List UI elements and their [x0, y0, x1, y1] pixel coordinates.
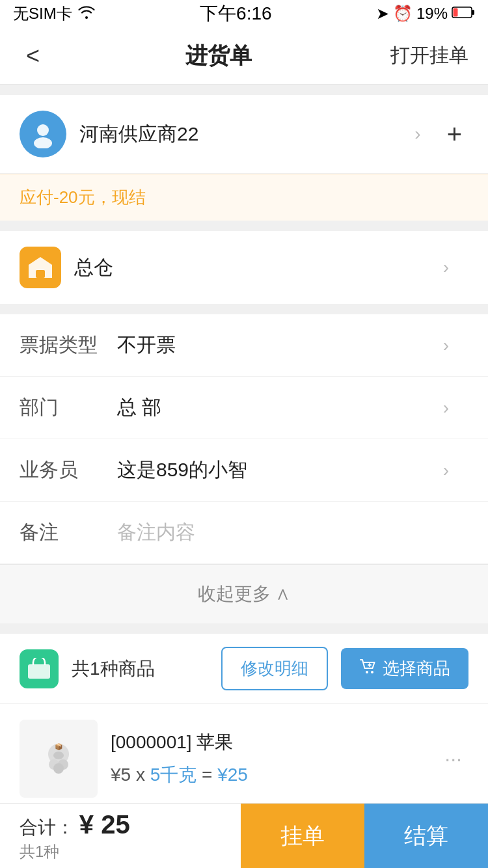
remark-input[interactable]: 备注内容	[117, 519, 468, 546]
back-button[interactable]: <	[20, 36, 46, 76]
price-unit: ¥5	[111, 765, 131, 785]
products-icon	[20, 649, 59, 688]
checkout-button[interactable]: 结算	[364, 804, 488, 869]
product-more-button[interactable]: ···	[438, 740, 468, 778]
warehouse-row[interactable]: 总仓 ›	[0, 231, 488, 304]
chevron-right-icon: ›	[443, 398, 449, 418]
invoice-value: 不开票	[117, 332, 443, 359]
chevron-right-icon: ›	[414, 124, 420, 144]
svg-rect-1	[472, 10, 474, 15]
total-count: 共1种	[20, 841, 221, 862]
product-price: ¥5 x 5千克 = ¥25	[111, 763, 425, 787]
wifi-icon	[77, 5, 96, 23]
cart-icon	[359, 658, 377, 679]
svg-text:📦: 📦	[55, 742, 63, 751]
remark-label: 备注	[20, 519, 104, 546]
supplier-notice: 应付-20元，现结	[0, 174, 488, 221]
warehouse-icon	[20, 247, 61, 288]
staff-row[interactable]: 业务员 这是859的小智 ›	[0, 439, 488, 502]
select-product-button[interactable]: 选择商品	[341, 648, 468, 689]
product-title: 苹果	[197, 732, 233, 752]
add-supplier-button[interactable]: +	[441, 120, 468, 149]
select-product-label: 选择商品	[383, 657, 450, 680]
supplier-row[interactable]: 河南供应商22 › +	[0, 95, 488, 174]
status-bar: 无SIM卡 下午6:16 ➤ ⏰ 19%	[0, 0, 488, 27]
staff-value: 这是859的小智	[117, 457, 443, 483]
svg-rect-5	[36, 270, 45, 278]
svg-point-7	[366, 671, 368, 673]
warehouse-section: 总仓 ›	[0, 231, 488, 304]
status-left: 无SIM卡	[13, 3, 96, 24]
dept-row[interactable]: 部门 总 部 ›	[0, 377, 488, 439]
multiply-sign: x	[136, 765, 150, 785]
product-code: [0000001]	[111, 732, 192, 752]
warehouse-name: 总仓	[74, 254, 443, 281]
products-section: 共1种商品 修改明细 选择商品 📦	[0, 634, 488, 813]
edit-detail-button[interactable]: 修改明细	[221, 647, 328, 690]
chevron-right-icon: ›	[443, 257, 449, 278]
total-amount: ¥ 25	[79, 810, 130, 839]
svg-point-10	[53, 752, 64, 759]
supplier-avatar	[20, 111, 66, 157]
bottom-bar: 合计： ¥ 25 共1种 挂单 结算	[0, 803, 488, 868]
svg-rect-2	[454, 8, 458, 17]
remark-row[interactable]: 备注 备注内容	[0, 502, 488, 564]
form-section: 票据类型 不开票 › 部门 总 部 › 业务员 这是859的小智 › 备注 备注…	[0, 314, 488, 623]
collapse-button[interactable]: 收起更多 ∧	[0, 564, 488, 623]
svg-point-4	[34, 137, 52, 148]
products-count: 共1种商品	[72, 657, 208, 681]
supplier-section: 河南供应商22 › + 应付-20元，现结	[0, 95, 488, 221]
carrier-text: 无SIM卡	[13, 3, 72, 24]
product-info: [0000001] 苹果 ¥5 x 5千克 = ¥25	[111, 730, 425, 787]
status-right: ➤ ⏰ 19%	[376, 5, 475, 23]
chevron-right-icon: ›	[443, 460, 449, 481]
location-icon: ➤	[376, 5, 389, 23]
dept-label: 部门	[20, 394, 104, 421]
qty-value: 5千克	[150, 765, 197, 785]
pending-button[interactable]: 挂单	[241, 804, 364, 869]
invoice-label: 票据类型	[20, 332, 104, 359]
svg-point-13	[53, 763, 64, 774]
total-label: 合计：	[20, 817, 74, 837]
open-pending-button[interactable]: 打开挂单	[390, 42, 468, 69]
supplier-name: 河南供应商22	[79, 121, 414, 148]
nav-bar: < 进货单 打开挂单	[0, 27, 488, 85]
battery-icon	[452, 5, 475, 23]
svg-point-8	[371, 671, 373, 673]
battery-text: 19%	[416, 5, 448, 23]
svg-rect-6	[28, 664, 50, 679]
status-time: 下午6:16	[200, 1, 272, 26]
total-area: 合计： ¥ 25 共1种	[0, 810, 241, 862]
invoice-row[interactable]: 票据类型 不开票 ›	[0, 314, 488, 377]
product-thumbnail: 📦	[20, 720, 98, 798]
chevron-right-icon: ›	[443, 335, 449, 356]
alarm-icon: ⏰	[393, 5, 413, 23]
svg-point-3	[37, 124, 49, 136]
divider-1	[0, 85, 488, 95]
products-header: 共1种商品 修改明细 选择商品	[0, 634, 488, 703]
equals-sign: =	[202, 765, 217, 785]
total-price: ¥25	[217, 765, 248, 785]
page-title: 进货单	[185, 41, 252, 71]
product-item: 📦 [0000001] 苹果 ¥5 x 5千克 = ¥25 ···	[0, 703, 488, 813]
dept-value: 总 部	[117, 394, 443, 421]
staff-label: 业务员	[20, 457, 104, 483]
product-name: [0000001] 苹果	[111, 730, 425, 755]
